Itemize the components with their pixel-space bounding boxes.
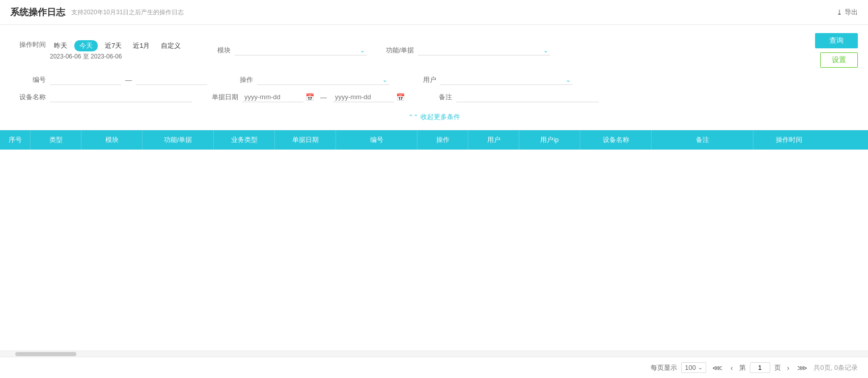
col-module: 模块 — [81, 130, 143, 150]
scrollbar-area[interactable] — [0, 351, 868, 357]
calendar-to-icon[interactable]: 📅 — [396, 93, 405, 101]
func-label: 功能/单据 — [378, 46, 414, 55]
filter-row-1: 操作时间 昨天 今天 近7天 近1月 自定义 2023-06-06 至 2023… — [10, 33, 858, 68]
page-label: 第 — [739, 363, 746, 372]
page-header: 系统操作日志 支持2020年10月31日之后产生的操作日志 ⤓ 导出 — [0, 0, 868, 25]
time-btn-7days[interactable]: 近7天 — [101, 40, 126, 51]
col-user-ip: 用户ip — [519, 130, 580, 150]
query-button[interactable]: 查询 — [815, 33, 858, 48]
col-device-name: 设备名称 — [580, 130, 652, 150]
page-container: 系统操作日志 支持2020年10月31日之后产生的操作日志 ⤓ 导出 操作时间 … — [0, 0, 868, 378]
time-btn-custom[interactable]: 自定义 — [157, 40, 185, 51]
user-dropdown-icon: ⌄ — [566, 76, 571, 83]
time-btn-1month[interactable]: 近1月 — [129, 40, 154, 51]
time-filter-section: 操作时间 昨天 今天 近7天 近1月 自定义 2023-06-06 至 2023… — [10, 40, 185, 61]
export-button[interactable]: ⤓ 导出 — [836, 8, 858, 17]
col-func: 功能/单据 — [143, 130, 214, 150]
filter-area: 操作时间 昨天 今天 近7天 近1月 自定义 2023-06-06 至 2023… — [0, 25, 868, 130]
docdate-label: 单据日期 — [203, 93, 238, 102]
code-label: 编号 — [10, 75, 46, 84]
user-filter-section: 用户 ⌄ — [401, 75, 574, 85]
filter-row-3: 设备名称 单据日期 📅 — 📅 备注 — [10, 92, 858, 102]
device-label: 设备名称 — [10, 93, 46, 102]
export-label: 导出 — [845, 8, 858, 17]
filter-row-2: 编号 — 操作 ⌄ 用户 ⌄ — [10, 75, 858, 85]
page-suffix: 页 — [774, 363, 781, 372]
total-text: 共0页, 0条记录 — [814, 363, 858, 372]
module-filter-section: 模块 ⌄ — [195, 46, 368, 55]
page-size-label: 每页显示 — [651, 363, 677, 372]
module-dropdown-icon: ⌄ — [360, 47, 365, 54]
time-btn-yesterday[interactable]: 昨天 — [50, 40, 71, 51]
page-title: 系统操作日志 — [10, 6, 65, 18]
col-op-time: 操作时间 — [753, 130, 825, 150]
col-user: 用户 — [468, 130, 519, 150]
page-number-input[interactable] — [750, 362, 770, 373]
docdate-filter-section: 单据日期 📅 — 📅 — [203, 92, 406, 102]
col-operation: 操作 — [417, 130, 468, 150]
setting-button[interactable]: 设置 — [820, 52, 858, 68]
table-header: 序号 类型 模块 功能/单据 业务类型 单据日期 编号 操作 用户 用户ip 设… — [0, 130, 868, 150]
page-prev-button[interactable]: ‹ — [729, 363, 735, 373]
collapse-bar[interactable]: ⌃⌃ 收起更多条件 — [10, 109, 858, 126]
collapse-chevron-icon: ⌃⌃ — [408, 113, 418, 121]
date-to-input[interactable] — [333, 92, 394, 102]
date-dash: — — [320, 94, 327, 101]
date-input-group: 📅 — 📅 — [242, 92, 405, 102]
func-filter-section: 功能/单据 ⌄ — [378, 46, 551, 55]
scrollbar-thumb[interactable] — [15, 352, 76, 356]
table-wrapper: 序号 类型 模块 功能/单据 业务类型 单据日期 编号 操作 用户 用户ip 设… — [0, 130, 868, 351]
time-buttons: 昨天 今天 近7天 近1月 自定义 — [50, 40, 185, 51]
calendar-from-icon[interactable]: 📅 — [305, 93, 314, 101]
page-size-arrow: ⌄ — [698, 364, 703, 371]
date-from-input[interactable] — [242, 92, 303, 102]
operation-label: 操作 — [217, 75, 253, 84]
col-seq: 序号 — [0, 130, 31, 150]
time-label: 操作时间 — [10, 40, 46, 49]
code-dash: — — [125, 76, 132, 84]
page-subtitle: 支持2020年10月31日之后产生的操作日志 — [71, 8, 184, 17]
col-biz-type: 业务类型 — [214, 130, 275, 150]
operation-dropdown-icon: ⌄ — [382, 76, 387, 83]
page-next-button[interactable]: › — [785, 363, 792, 373]
col-type: 类型 — [31, 130, 81, 150]
module-select[interactable]: ⌄ — [235, 46, 367, 55]
user-select[interactable]: ⌄ — [440, 75, 573, 85]
user-label: 用户 — [401, 75, 436, 84]
col-remark: 备注 — [652, 130, 753, 150]
page-size-select[interactable]: 100 ⌄ — [681, 362, 706, 373]
module-label: 模块 — [195, 46, 231, 55]
export-icon: ⤓ — [836, 8, 843, 16]
pagination: 每页显示 100 ⌄ ⋘ ‹ 第 页 › ⋙ 共0页, 0条记录 — [0, 357, 868, 378]
remark-input[interactable] — [456, 92, 599, 102]
col-code: 编号 — [336, 130, 417, 150]
operation-select[interactable]: ⌄ — [257, 75, 389, 85]
code-input-to[interactable] — [136, 75, 207, 85]
func-select[interactable]: ⌄ — [418, 46, 550, 55]
device-input[interactable] — [50, 92, 192, 102]
func-dropdown-icon: ⌄ — [543, 47, 548, 54]
collapse-label: 收起更多条件 — [421, 112, 460, 122]
device-filter-section: 设备名称 — [10, 92, 192, 102]
time-btn-today[interactable]: 今天 — [74, 40, 98, 51]
remark-label: 备注 — [416, 93, 452, 102]
remark-filter-section: 备注 — [416, 92, 599, 102]
page-size-value: 100 — [685, 364, 696, 371]
action-buttons: 查询 设置 — [815, 33, 858, 68]
col-doc-date: 单据日期 — [275, 130, 336, 150]
time-filter-group: 昨天 今天 近7天 近1月 自定义 2023-06-06 至 2023-06-0… — [50, 40, 185, 61]
table-body — [0, 150, 868, 343]
code-filter-section: 编号 — — [10, 75, 207, 85]
code-input-from[interactable] — [50, 75, 121, 85]
page-last-button[interactable]: ⋙ — [795, 363, 809, 373]
time-range-text: 2023-06-06 至 2023-06-06 — [50, 52, 185, 61]
header-left: 系统操作日志 支持2020年10月31日之后产生的操作日志 — [10, 6, 184, 18]
page-first-button[interactable]: ⋘ — [710, 363, 724, 373]
operation-filter-section: 操作 ⌄ — [217, 75, 390, 85]
